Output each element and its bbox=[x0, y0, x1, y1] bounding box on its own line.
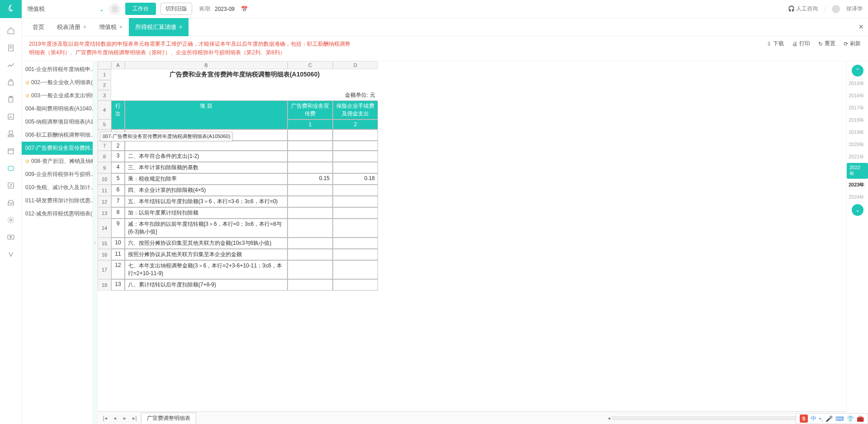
year-2016年[interactable]: 2016年 bbox=[847, 90, 868, 102]
cell-d[interactable] bbox=[333, 249, 378, 260]
form-item[interactable]: 004-期间费用明细表(A1040... bbox=[22, 102, 93, 115]
cell-c[interactable] bbox=[288, 162, 333, 173]
tax-icon[interactable] bbox=[6, 164, 15, 173]
year-2018年[interactable]: 2018年 bbox=[847, 114, 868, 126]
year-2022年[interactable]: 2022年 bbox=[847, 163, 868, 179]
ime-skin-icon[interactable]: 👕 bbox=[847, 415, 854, 422]
year-2015年[interactable]: 2015年 bbox=[847, 77, 868, 90]
cell-c[interactable]: 0.15 bbox=[288, 173, 333, 185]
transfer-icon[interactable] bbox=[6, 181, 15, 190]
form-item[interactable]: 011-研发费用加计扣除优惠... bbox=[22, 194, 93, 207]
ime-voice-icon[interactable]: 🎤 bbox=[826, 415, 833, 422]
download-button[interactable]: ⇩ 下载 bbox=[767, 40, 784, 48]
cell-c[interactable] bbox=[288, 196, 333, 207]
old-version-button[interactable]: 切到旧版 bbox=[160, 3, 192, 15]
sheet-tab[interactable]: 广宣费调整明细表 bbox=[141, 413, 196, 424]
cell-c[interactable] bbox=[288, 185, 333, 196]
v-icon[interactable] bbox=[6, 250, 15, 259]
home-icon[interactable] bbox=[6, 26, 15, 35]
year-2020年[interactable]: 2020年 bbox=[847, 138, 868, 151]
form-item[interactable]: 009-企业所得税弥补亏损明... bbox=[22, 168, 93, 181]
ime-keyboard-icon[interactable]: ⌨ bbox=[835, 415, 844, 422]
period-value[interactable]: 2023-09 bbox=[215, 6, 235, 12]
col-A[interactable]: A bbox=[111, 61, 125, 69]
tab-close-icon[interactable]: × bbox=[119, 24, 123, 30]
form-item[interactable]: 007-广告费和业务宣传费跨... bbox=[22, 142, 93, 155]
ime-logo[interactable]: S bbox=[800, 414, 808, 423]
sheet-nav-last[interactable]: ▸| bbox=[131, 415, 138, 421]
calendar-icon[interactable] bbox=[6, 147, 15, 156]
cell-c[interactable] bbox=[288, 141, 333, 151]
year-scroll-down[interactable]: ⌄ bbox=[852, 204, 863, 216]
cell-d[interactable]: 0.18 bbox=[333, 173, 378, 185]
video-icon[interactable] bbox=[6, 233, 15, 242]
username[interactable]: 徐泽华 bbox=[846, 5, 863, 13]
cell-c[interactable] bbox=[288, 129, 333, 141]
tab-所得税汇算清缴[interactable]: 所得税汇算清缴× bbox=[129, 18, 189, 36]
form-item[interactable]: ⊘008-资产折旧、摊销及纳税... bbox=[22, 155, 93, 168]
hscroll-left[interactable]: ◂ bbox=[608, 415, 610, 421]
stamp-icon[interactable] bbox=[6, 129, 15, 138]
tab-close-icon[interactable]: × bbox=[179, 24, 182, 30]
report-icon[interactable] bbox=[6, 112, 15, 121]
avatar[interactable] bbox=[832, 5, 840, 13]
clipboard-icon[interactable] bbox=[6, 95, 15, 104]
tab-增值税[interactable]: 增值税× bbox=[93, 18, 129, 36]
cell-c[interactable] bbox=[288, 238, 333, 249]
form-item[interactable]: ⊘002-一般企业收入明细表(A... bbox=[22, 76, 93, 89]
doc-icon[interactable] bbox=[6, 43, 15, 52]
year-2023年[interactable]: 2023年 bbox=[847, 179, 868, 191]
year-2021年[interactable]: 2021年 bbox=[847, 151, 868, 163]
ime-punct[interactable]: •, bbox=[819, 415, 823, 422]
menu-toggle[interactable] bbox=[109, 3, 121, 15]
cell-d[interactable] bbox=[333, 219, 378, 238]
sheet-nav-first[interactable]: |◂ bbox=[101, 415, 108, 421]
refresh-button[interactable]: ⟳ 刷新 bbox=[844, 40, 861, 48]
cell-d[interactable] bbox=[333, 151, 378, 162]
cell-d[interactable] bbox=[333, 260, 378, 279]
print-button[interactable]: 🖨 打印 bbox=[792, 40, 810, 48]
cell-d[interactable] bbox=[333, 129, 378, 141]
cell-d[interactable] bbox=[333, 162, 378, 173]
cell-d[interactable] bbox=[333, 141, 378, 151]
tab-close-icon[interactable]: × bbox=[83, 24, 86, 30]
form-item[interactable]: 010-免税、减计收入及加计... bbox=[22, 181, 93, 194]
year-2024年[interactable]: 2024年 bbox=[847, 191, 868, 203]
cell-c[interactable] bbox=[288, 151, 333, 162]
spreadsheet[interactable]: 007-广告费和业务宣传费跨年度纳税调整明细表(A105060) ABCD1广告… bbox=[98, 61, 846, 411]
cell-d[interactable] bbox=[333, 207, 378, 219]
cell-c[interactable] bbox=[288, 219, 333, 238]
form-item[interactable]: ⊘003-一般企业成本支出明细... bbox=[22, 89, 93, 102]
tab-税表清册[interactable]: 税表清册× bbox=[51, 18, 93, 36]
ime-lang[interactable]: 中 bbox=[811, 414, 816, 423]
form-item[interactable]: 001-企业所得税年度纳税申... bbox=[22, 63, 93, 76]
workbench-button[interactable]: 工作台 bbox=[125, 3, 156, 15]
collapse-handle[interactable]: ‹ bbox=[93, 61, 98, 424]
year-scroll-up[interactable]: ⌃ bbox=[852, 65, 863, 76]
sheet-nav-next[interactable]: ▸ bbox=[121, 415, 128, 421]
col-D[interactable]: D bbox=[333, 61, 378, 69]
biz-type-select[interactable]: 增值税 ⌄ bbox=[27, 5, 104, 13]
inbox-icon[interactable] bbox=[6, 198, 15, 207]
tab-首页[interactable]: 首页 bbox=[26, 18, 51, 36]
cell-c[interactable] bbox=[288, 249, 333, 260]
cell-d[interactable] bbox=[333, 238, 378, 249]
cell-d[interactable] bbox=[333, 196, 378, 207]
year-2017年[interactable]: 2017年 bbox=[847, 102, 868, 114]
form-item[interactable]: 005-纳税调整项目明细表(A1... bbox=[22, 115, 93, 129]
form-item[interactable]: 012-减免所得税优惠明细表(... bbox=[22, 207, 93, 220]
reset-button[interactable]: ↻ 重置 bbox=[818, 40, 835, 48]
chart-icon[interactable] bbox=[6, 61, 15, 70]
ime-toolbox-icon[interactable]: 🧰 bbox=[857, 415, 864, 422]
col-C[interactable]: C bbox=[288, 61, 333, 69]
col-B[interactable]: B bbox=[125, 61, 288, 69]
settings-icon[interactable] bbox=[6, 215, 15, 224]
cell-d[interactable] bbox=[333, 185, 378, 196]
cell-c[interactable] bbox=[288, 279, 333, 291]
bag-icon[interactable] bbox=[6, 78, 15, 87]
cell-c[interactable] bbox=[288, 207, 333, 219]
calendar-picker-icon[interactable]: 📅 bbox=[241, 6, 248, 12]
cell-c[interactable] bbox=[288, 260, 333, 279]
sheet-nav-prev[interactable]: ◂ bbox=[111, 415, 118, 421]
close-all-tabs[interactable]: × bbox=[859, 22, 863, 32]
